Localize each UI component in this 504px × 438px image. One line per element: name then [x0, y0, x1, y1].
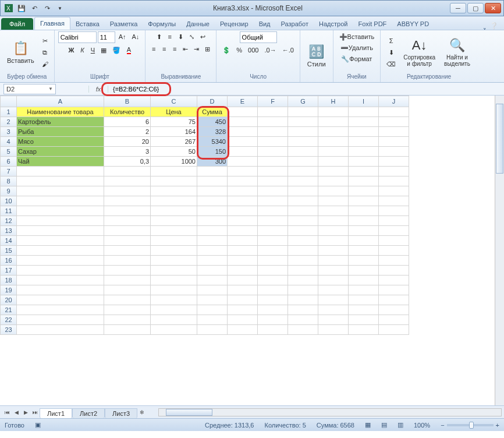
cell-I2[interactable] [349, 117, 379, 127]
tab-addins[interactable]: Надстрой [314, 18, 353, 30]
sheet-nav-next-icon[interactable]: ▶ [21, 408, 30, 417]
cell-G14[interactable] [288, 236, 318, 246]
cell-D8[interactable] [197, 176, 228, 186]
orientation-icon[interactable]: ⤡ [187, 31, 197, 42]
currency-icon[interactable]: 💲 [220, 45, 233, 55]
cell-H15[interactable] [318, 246, 349, 256]
row-header-9[interactable]: 9 [1, 186, 17, 196]
row-header-18[interactable]: 18 [1, 275, 17, 285]
cell-C17[interactable] [151, 266, 197, 275]
cell-E4[interactable] [228, 137, 258, 147]
cell-D3[interactable]: 328 [197, 127, 228, 137]
align-middle-icon[interactable]: ≡ [165, 31, 175, 42]
cell-I13[interactable] [349, 226, 379, 236]
cell-I5[interactable] [349, 147, 379, 157]
cell-A13[interactable] [17, 226, 104, 236]
cell-J5[interactable] [379, 147, 409, 157]
cell-E3[interactable] [228, 127, 258, 137]
cell-B16[interactable] [104, 256, 151, 266]
sheet-nav-last-icon[interactable]: ⏭ [30, 408, 40, 417]
row-header-8[interactable]: 8 [1, 176, 17, 186]
border-icon[interactable]: ▦ [98, 45, 109, 55]
cell-G21[interactable] [288, 305, 318, 315]
sheet-tab-3[interactable]: Лист3 [105, 408, 137, 418]
row-header-10[interactable]: 10 [1, 196, 17, 206]
cell-H22[interactable] [318, 315, 349, 325]
col-header-J[interactable]: J [379, 96, 409, 107]
cell-C7[interactable] [151, 167, 197, 176]
cell-D2[interactable]: 450 [197, 117, 228, 127]
cell-B5[interactable]: 3 [104, 147, 151, 157]
cell-D20[interactable] [197, 295, 228, 305]
cell-E1[interactable] [228, 107, 258, 117]
row-header-4[interactable]: 4 [1, 137, 17, 147]
cell-D10[interactable] [197, 196, 228, 206]
italic-button[interactable]: К [77, 45, 87, 55]
col-header-G[interactable]: G [288, 96, 318, 107]
cell-G19[interactable] [288, 285, 318, 295]
cell-D18[interactable] [197, 275, 228, 285]
select-all-corner[interactable] [1, 96, 17, 107]
cell-F22[interactable] [258, 315, 288, 325]
cell-F5[interactable] [258, 147, 288, 157]
row-header-7[interactable]: 7 [1, 167, 17, 176]
zoom-in-icon[interactable]: + [496, 422, 499, 429]
cell-I1[interactable] [349, 107, 379, 117]
cell-I3[interactable] [349, 127, 379, 137]
maximize-button[interactable]: ▢ [467, 3, 484, 13]
cell-H23[interactable] [318, 325, 349, 335]
cell-J4[interactable] [379, 137, 409, 147]
sheet-nav-first-icon[interactable]: ⏮ [2, 408, 12, 417]
formula-input[interactable] [111, 84, 196, 94]
cell-C2[interactable]: 75 [151, 117, 197, 127]
cell-J14[interactable] [379, 236, 409, 246]
tab-formulas[interactable]: Формулы [143, 18, 181, 30]
cell-J18[interactable] [379, 275, 409, 285]
row-header-1[interactable]: 1 [1, 107, 17, 117]
cell-C18[interactable] [151, 275, 197, 285]
cell-F13[interactable] [258, 226, 288, 236]
cell-A16[interactable] [17, 256, 104, 266]
align-right-icon[interactable]: ≡ [170, 44, 179, 54]
cell-H13[interactable] [318, 226, 349, 236]
cell-B4[interactable]: 20 [104, 137, 151, 147]
sheet-tab-1[interactable]: Лист1 [40, 408, 72, 418]
cell-G23[interactable] [288, 325, 318, 335]
cell-J7[interactable] [379, 167, 409, 176]
cell-H3[interactable] [318, 127, 349, 137]
cell-B13[interactable] [104, 226, 151, 236]
cell-H11[interactable] [318, 206, 349, 216]
cell-B21[interactable] [104, 305, 151, 315]
cell-A21[interactable] [17, 305, 104, 315]
tab-review[interactable]: Рецензир [215, 18, 254, 30]
cell-B9[interactable] [104, 186, 151, 196]
cell-A18[interactable] [17, 275, 104, 285]
cell-H20[interactable] [318, 295, 349, 305]
cell-I12[interactable] [349, 216, 379, 226]
cell-E7[interactable] [228, 167, 258, 176]
cell-G18[interactable] [288, 275, 318, 285]
find-select-button[interactable]: 🔍 Найти и выделить [441, 37, 474, 68]
autosum-icon[interactable]: Σ [384, 36, 398, 46]
cell-F4[interactable] [258, 137, 288, 147]
cell-J11[interactable] [379, 206, 409, 216]
bold-button[interactable]: Ж [66, 45, 77, 55]
cell-F10[interactable] [258, 196, 288, 206]
cell-A14[interactable] [17, 236, 104, 246]
cell-I4[interactable] [349, 137, 379, 147]
font-size-combo[interactable] [98, 31, 115, 43]
view-pagebreak-icon[interactable]: ▥ [397, 421, 403, 429]
cell-E16[interactable] [228, 256, 258, 266]
cell-D13[interactable] [197, 226, 228, 236]
cell-A1[interactable]: Наименование товара [17, 107, 104, 117]
cell-H21[interactable] [318, 305, 349, 315]
cell-G8[interactable] [288, 176, 318, 186]
cell-I9[interactable] [349, 186, 379, 196]
cell-F6[interactable] [258, 157, 288, 167]
cell-E6[interactable] [228, 157, 258, 167]
cell-F15[interactable] [258, 246, 288, 256]
decrease-font-icon[interactable]: A↓ [129, 31, 141, 42]
view-normal-icon[interactable]: ▦ [365, 421, 371, 429]
cell-D1[interactable]: Сумма [197, 107, 228, 117]
cell-I14[interactable] [349, 236, 379, 246]
